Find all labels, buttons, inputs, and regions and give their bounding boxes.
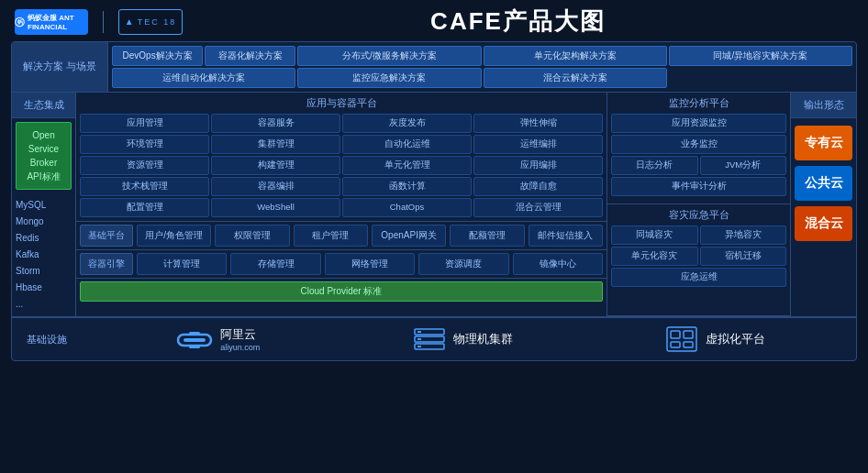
unit-dr[interactable]: 单元化容灾 [611,247,698,266]
chatops[interactable]: ChatOps [342,198,472,217]
public-cloud-btn[interactable]: 公共云 [795,166,852,201]
disaster-panel: 容灾应急平台 同城容灾 异地容灾 单元化容灾 宿机迁移 应急运维 [606,204,790,316]
func-compute[interactable]: 函数计算 [342,177,472,196]
cloud-provider-bar: Cloud Provider 标准 [80,281,603,302]
vm-platform-icon [665,325,698,353]
container-svc[interactable]: 容器服务 [211,114,340,133]
svg-rect-16 [684,342,693,347]
sol-opsauto[interactable]: 运维自动化解决方案 [112,68,295,88]
quota-mgmt[interactable]: 配额管理 [450,225,524,247]
monitor-grid: 应用资源监控 业务监控 日志分析 JVM分析 事件审计分析 [611,114,786,196]
sol-hybrid[interactable]: 混合云解决方案 [484,68,667,88]
monitor-title: 监控分析平台 [611,96,786,110]
app-platform-title: 应用与容器平台 [80,96,603,110]
eco-hbase: Hbase [16,280,72,296]
cluster-mgmt[interactable]: 集群管理 [211,135,340,154]
app-platform: 应用与容器平台 应用管理 容器服务 灰度发布 弹性伸缩 环境管理 集群管理 自动… [76,93,606,222]
config-mgmt[interactable]: 配置管理 [80,198,209,217]
hybrid-mgmt[interactable]: 混合云管理 [473,198,603,217]
aliyun-text: 阿里云 aliyun.com [220,326,260,352]
svg-rect-15 [671,342,680,347]
local-dr[interactable]: 同城容灾 [611,226,698,245]
sol-monitor[interactable]: 监控应急解决方案 [297,68,481,88]
svg-rect-3 [184,338,206,342]
perm-mgmt[interactable]: 权限管理 [215,225,289,247]
sol-dr[interactable]: 同城/异地容灾解决方案 [669,46,852,66]
logo-area: 蚂 蚂蚁金服 ANT FINANCIAL ▲ TEC 18 [15,9,183,35]
main-container: 解决方案 与场景 DevOps解决方案 容器化解决方案 分布式/微服务解决方案 … [11,41,857,361]
middle-area: 生态集成 OpenServiceBrokerAPI标准 MySQL Mongo … [12,93,856,317]
remote-dr[interactable]: 异地容灾 [700,226,787,245]
monitor-panel: 监控分析平台 应用资源监控 业务监控 日志分析 JVM分析 事件审计分析 [606,93,790,204]
hybrid-cloud-btn[interactable]: 混合云 [795,206,852,241]
app-arrange[interactable]: 应用编排 [473,156,603,175]
container-engine-row: 容器引擎 计算管理 存储管理 网络管理 资源调度 镜像中心 [76,250,606,279]
base-platform-row: 基础平台 用户/角色管理 权限管理 租户管理 OpenAPI网关 配额管理 邮件… [76,222,606,250]
atec-logo: ▲ TEC 18 [118,9,183,35]
private-cloud-btn[interactable]: 专有云 [795,126,852,160]
cloud-provider-row: Cloud Provider 标准 [76,279,606,304]
res-mgmt[interactable]: 资源管理 [80,156,209,175]
physical-cluster-text: 物理机集群 [453,331,513,347]
svg-rect-5 [189,346,200,348]
app-mgmt[interactable]: 应用管理 [80,114,209,133]
eco-mysql: MySQL [16,197,72,214]
sol-container[interactable]: 容器化解决方案 [205,46,295,66]
gray-release[interactable]: 灰度发布 [342,114,472,133]
unit-mgmt[interactable]: 单元化管理 [342,156,472,175]
ecosystem-list: MySQL Mongo Redis Kafka Storm Hbase ... [12,193,75,316]
solutions-content: DevOps解决方案 容器化解决方案 分布式/微服务解决方案 单元化架构解决方案… [108,42,856,92]
center-area: 应用与容器平台 应用管理 容器服务 灰度发布 弹性伸缩 环境管理 集群管理 自动… [76,93,606,316]
res-schedule[interactable]: 资源调度 [418,253,508,275]
base-items: 用户/角色管理 权限管理 租户管理 OpenAPI网关 配额管理 邮件短信接入 [137,225,603,247]
svg-rect-14 [684,331,693,338]
storage-mgmt[interactable]: 存储管理 [230,253,320,275]
ops-arrange[interactable]: 运维编排 [473,135,603,154]
infrastructure-row: 基础设施 阿里云 aliyun.com [12,317,856,360]
container-items: 计算管理 存储管理 网络管理 资源调度 镜像中心 [137,253,603,275]
compute-mgmt[interactable]: 计算管理 [137,253,227,275]
output-items: 专有云 公共云 混合云 [791,118,856,316]
infra-items: 阿里云 aliyun.com 物理机集群 [100,325,841,353]
sms-email[interactable]: 邮件短信接入 [529,225,603,247]
host-migrate[interactable]: 宿机迁移 [700,247,787,266]
build-mgmt[interactable]: 构建管理 [211,156,340,175]
aliyun-icon [176,325,213,353]
log-analysis[interactable]: 日志分析 [611,156,698,175]
env-mgmt[interactable]: 环境管理 [80,135,209,154]
biz-monitor[interactable]: 业务监控 [611,135,786,154]
network-mgmt[interactable]: 网络管理 [325,253,415,275]
eco-mongo: Mongo [16,214,72,230]
app-platform-grid: 应用管理 容器服务 灰度发布 弹性伸缩 环境管理 集群管理 自动化运维 运维编排… [80,114,603,217]
solutions-row: 解决方案 与场景 DevOps解决方案 容器化解决方案 分布式/微服务解决方案 … [12,42,856,93]
vm-platform-item: 虚拟化平台 [665,325,765,353]
emergency-ops[interactable]: 应急运维 [611,268,786,287]
openapi-gateway[interactable]: OpenAPI网关 [372,225,446,247]
sol-devops[interactable]: DevOps解决方案 [112,46,203,66]
container-arrange[interactable]: 容器编排 [211,177,340,196]
elastic-scale[interactable]: 弹性伸缩 [473,114,603,133]
eco-redis: Redis [16,230,72,247]
sol-microservice[interactable]: 分布式/微服务解决方案 [297,46,481,66]
ant-financial-logo: 蚂 蚂蚁金服 ANT FINANCIAL [15,9,88,35]
stack-mgmt[interactable]: 技术栈管理 [80,177,209,196]
header: 蚂 蚂蚁金服 ANT FINANCIAL ▲ TEC 18 CAFE产品大图 [0,0,868,41]
ecosystem-label: 生态集成 [12,93,75,118]
fault-heal[interactable]: 故障自愈 [473,177,603,196]
image-center[interactable]: 镜像中心 [513,253,603,275]
disaster-grid: 同城容灾 异地容灾 单元化容灾 宿机迁移 应急运维 [611,226,786,287]
event-audit[interactable]: 事件审计分析 [611,177,786,196]
infra-label: 基础设施 [27,333,82,346]
logo-divider [103,11,104,33]
user-role-mgmt[interactable]: 用户/角色管理 [137,225,211,247]
sol-unitarch[interactable]: 单元化架构解决方案 [484,46,667,66]
webshell[interactable]: WebShell [211,198,340,217]
tenant-mgmt[interactable]: 租户管理 [294,225,368,247]
aliyun-item: 阿里云 aliyun.com [176,325,260,353]
jvm-analysis[interactable]: JVM分析 [700,156,787,175]
auto-ops[interactable]: 自动化运维 [342,135,472,154]
open-service-broker: OpenServiceBrokerAPI标准 [16,122,72,190]
app-res-monitor[interactable]: 应用资源监控 [611,114,786,133]
eco-more: ... [16,296,72,313]
ecosystem-panel: 生态集成 OpenServiceBrokerAPI标准 MySQL Mongo … [12,93,76,316]
